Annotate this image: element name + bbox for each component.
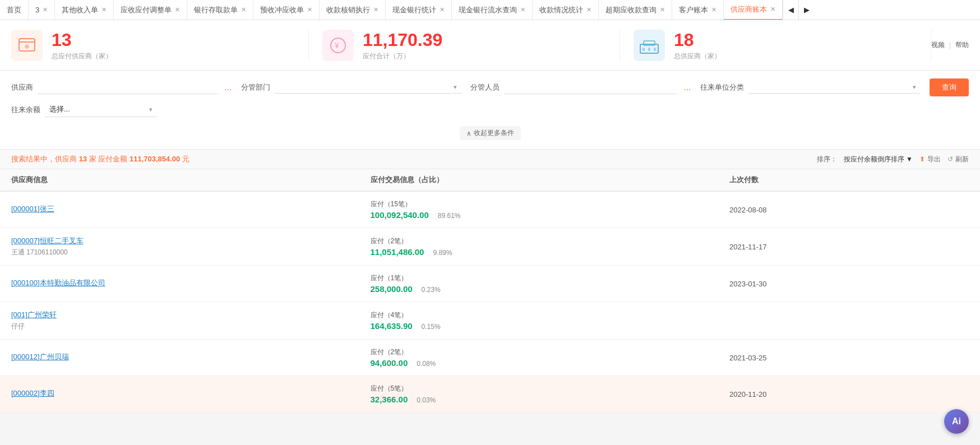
last-pay-cell-0: 2022-08-08: [729, 206, 969, 214]
balance-label: 往来余额: [11, 105, 40, 115]
nav-tab-other-income[interactable]: 其他收入单 ✕: [55, 0, 114, 20]
nav-arrow-left[interactable]: ◀: [783, 0, 798, 20]
dept-label: 分管部门: [241, 82, 270, 92]
close-icon[interactable]: ✕: [711, 6, 716, 13]
summary-card-payable-suppliers: 13 总应付供应商（家）: [11, 29, 309, 61]
tx-percent-3: 0.15%: [422, 323, 441, 331]
person-dots-icon[interactable]: ...: [683, 82, 691, 92]
close-icon[interactable]: ✕: [241, 6, 246, 13]
nav-arrow-right[interactable]: ▶: [798, 0, 814, 20]
close-icon[interactable]: ✕: [520, 6, 525, 13]
close-icon[interactable]: ✕: [43, 6, 48, 13]
transaction-cell-1: 应付（2笔） 11,051,486.00 9.89%: [371, 237, 730, 257]
export-button[interactable]: ⬆ 导出: [919, 155, 941, 164]
tx-amount-4[interactable]: 94,600.00: [371, 358, 408, 368]
export-icon: ⬆: [919, 155, 925, 163]
supplier-input[interactable]: [38, 81, 218, 94]
table-row: [000100]本特勤油品有限公司 应付（1笔） 258,000.00 0.23…: [0, 266, 980, 302]
close-icon[interactable]: ✕: [175, 6, 180, 13]
filter-area: 供应商 ... 分管部门 ▾ 分管人员 ... 往来单位分类 ▾ 查询 往来: [0, 71, 980, 150]
filter-unit-type: 往来单位分类 ▾: [700, 81, 921, 94]
unit-chevron-icon: ▾: [913, 84, 916, 91]
nav-tab-adjustment[interactable]: 应收应付调整单 ✕: [114, 0, 187, 20]
close-icon[interactable]: ✕: [373, 6, 378, 13]
separator: |: [949, 41, 951, 49]
table-row: [000001]张三 应付（15笔） 100,092,540.00 89.61%…: [0, 192, 980, 228]
help-link[interactable]: 帮助: [955, 40, 969, 50]
unit-select[interactable]: ▾: [748, 81, 921, 94]
supplier-link-4[interactable]: [000012]广州贝瑞: [11, 352, 371, 362]
close-icon[interactable]: ✕: [440, 6, 445, 13]
col-header-supplier: 供应商信息: [11, 175, 371, 185]
supplier-contact-3: 仔仔: [11, 322, 371, 331]
summary-card-payable-total: ¥ 11,170.39 应付合计（万）: [309, 29, 620, 61]
tx-amount-1[interactable]: 11,051,486.00: [371, 247, 424, 257]
filter-balance: 往来余额 选择... ▾: [11, 102, 157, 117]
tx-row-4: 94,600.00 0.08%: [371, 357, 730, 368]
balance-chevron-icon: ▾: [149, 106, 152, 113]
tx-amount-5[interactable]: 32,366.00: [371, 395, 408, 404]
tx-label-5: 应付（5笔）: [371, 384, 730, 393]
nav-tab-home[interactable]: 首页: [0, 0, 29, 20]
close-icon[interactable]: ✕: [307, 6, 312, 13]
nav-tab-advance[interactable]: 预收冲应收单 ✕: [253, 0, 320, 20]
balance-select[interactable]: 选择... ▾: [45, 102, 157, 117]
result-actions: 排序： 按应付余额倒序排序 ▼ ⬆ 导出 ↺ 刷新: [817, 155, 969, 164]
supplier-cell-0: [000001]张三: [11, 204, 371, 216]
filter-dept: 分管部门 ▾: [241, 81, 462, 94]
tx-amount-2[interactable]: 258,000.00: [371, 284, 413, 294]
table-header: 供应商信息 应付交易信息（占比） 上次付数: [0, 169, 980, 192]
supplier-link-2[interactable]: [000100]本特勤油品有限公司: [11, 278, 371, 288]
table-body: [000001]张三 应付（15笔） 100,092,540.00 89.61%…: [0, 192, 980, 412]
close-icon[interactable]: ✕: [101, 6, 107, 13]
result-amount: 111,703,854.00: [130, 155, 180, 163]
supplier-link-3[interactable]: [001]广州荣轩: [11, 310, 371, 320]
total-supplier-label: 总供应商（家）: [674, 52, 721, 61]
tx-amount-3[interactable]: 164,635.90: [371, 321, 413, 331]
video-link[interactable]: 视频: [931, 40, 945, 50]
payable-supplier-count: 13: [52, 29, 112, 50]
supplier-link-1[interactable]: [000007]恒旺二手叉车: [11, 236, 371, 246]
total-supplier-count: 18: [674, 29, 721, 50]
tx-row-5: 32,366.00 0.03%: [371, 393, 730, 404]
filter-person: 分管人员 ...: [470, 81, 691, 94]
close-icon[interactable]: ✕: [770, 6, 775, 13]
query-button[interactable]: 查询: [930, 78, 969, 96]
nav-tab-supplier-ledger[interactable]: 供应商账本 ✕: [724, 0, 783, 20]
nav-tab-cash-bank-flow[interactable]: 现金银行流水查询 ✕: [452, 0, 533, 20]
close-icon[interactable]: ✕: [660, 6, 665, 13]
collapse-button[interactable]: ∧ 收起更多条件: [460, 126, 521, 140]
col-header-last-pay: 上次付数: [729, 175, 969, 185]
top-right-links: 视频 | 帮助: [931, 40, 969, 50]
supplier-link-5[interactable]: [000002]李四: [11, 388, 371, 398]
summary-bar: 13 总应付供应商（家） ¥ 11,170.39 应付合计（万）: [0, 20, 980, 71]
nav-tab-payment-stat[interactable]: 收款情况统计 ✕: [533, 0, 599, 20]
supplier-dots-icon[interactable]: ...: [224, 82, 232, 92]
dept-chevron-icon: ▾: [454, 84, 457, 91]
last-pay-cell-1: 2021-11-17: [729, 243, 969, 251]
sort-value[interactable]: 按应付余额倒序排序 ▼: [844, 155, 913, 164]
person-input[interactable]: [504, 81, 677, 94]
tx-amount-0[interactable]: 100,092,540.00: [371, 210, 429, 220]
person-label: 分管人员: [470, 82, 500, 92]
nav-tab-payment-exec[interactable]: 收款核销执行 ✕: [320, 0, 386, 20]
table-row: [000007]恒旺二手叉车 王通 17106110000 应付（2笔） 11,…: [0, 228, 980, 266]
supplier-contact-1: 王通 17106110000: [11, 248, 371, 257]
table-row: [000002]李四 应付（5笔） 32,366.00 0.03% 2020-1…: [0, 376, 980, 412]
supplier-cell-3: [001]广州荣轩 仔仔: [11, 310, 371, 331]
nav-tab-cash-bank-stat[interactable]: 现金银行统计 ✕: [386, 0, 452, 20]
nav-tab-bank-deposit[interactable]: 银行存取款单 ✕: [187, 0, 253, 20]
tx-label-2: 应付（1笔）: [371, 274, 730, 283]
payable-total-amount: 11,170.39: [363, 29, 442, 50]
refresh-button[interactable]: ↺ 刷新: [947, 155, 969, 164]
dept-select[interactable]: ▾: [275, 81, 462, 94]
close-icon[interactable]: ✕: [586, 6, 591, 13]
nav-tab-overdue[interactable]: 超期应收款查询 ✕: [599, 0, 672, 20]
supplier-link-0[interactable]: [000001]张三: [11, 204, 371, 214]
nav-tab-customer-ledger[interactable]: 客户账本 ✕: [672, 0, 724, 20]
nav-tab-3[interactable]: 3 ✕: [29, 0, 55, 20]
transaction-cell-3: 应付（4笔） 164,635.90 0.15%: [371, 310, 730, 331]
payable-total-label: 应付合计（万）: [363, 52, 442, 61]
result-bar: 搜索结果中，供应商 13 家 应付金额 111,703,854.00 元 排序：…: [0, 150, 980, 169]
supplier-cell-2: [000100]本特勤油品有限公司: [11, 278, 371, 290]
